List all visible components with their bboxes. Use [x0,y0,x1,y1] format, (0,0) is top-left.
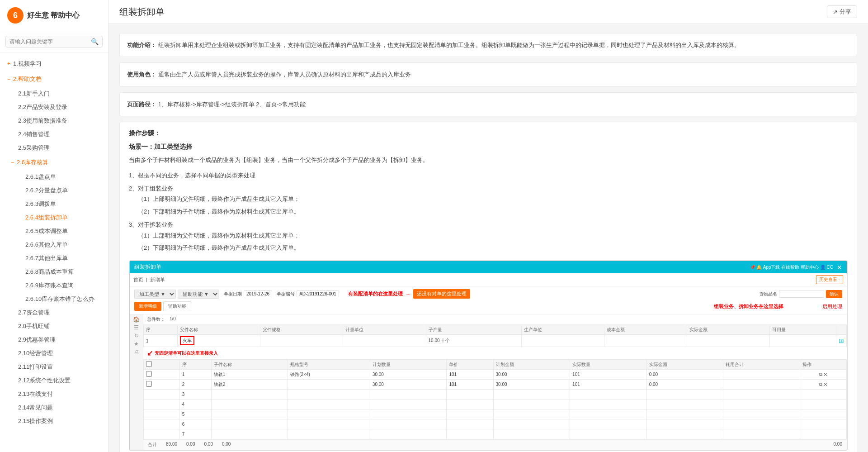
goods-input[interactable] [779,290,824,298]
row2-check[interactable] [146,381,152,387]
annotation-4-arrow: ↙ [147,349,153,357]
bth-spec: 规格型号 [288,360,370,370]
nav-child-26-parent[interactable]: − 2.6库存核算 [4,155,108,170]
goods-label: 货物品名 [759,291,777,297]
nav-child-261[interactable]: 2.6.1盘点单 [11,170,108,184]
nav-child-210[interactable]: 2.10经营管理 [4,347,108,360]
nav-child-212[interactable]: 2.12系统个性化设置 [4,374,108,387]
right-actions: 货物品名 确认 [759,290,842,298]
share-button[interactable]: ↗ 分享 [827,5,857,18]
logo-area: 6 好生意 帮助中心 [0,0,108,31]
td-spec [260,335,343,347]
content-body: 功能介绍： 组装拆卸单用来处理企业组装或拆卸等加工业务，支持有固定装配清单的产品… [108,24,868,452]
operation-type-select[interactable]: 辅助功能 ▼ [178,290,219,299]
expand-icon: ⊞ [839,337,844,344]
app-module-label: 新增单 [150,276,165,283]
bottom-table: 序 子件名称 规格型号 计划数量 单价 计划金额 实际数量 实际金额 耗用合计 [143,359,847,439]
main-area: 组装拆卸单 ↗ 分享 功能介绍： 组装拆卸单用来处理企业组装或拆卸等加工业务，支… [108,0,868,452]
nav-child-262[interactable]: 2.6.2分量盘点单 [11,184,108,197]
search-icon: 🔍 [91,38,99,45]
nav-child-22[interactable]: 2.2产品安装及登录 [4,100,108,114]
nav-child-211[interactable]: 2.11打印设置 [4,360,108,374]
annotation-4-area: ↙ 无固定清单可以在这里直接录入 [143,347,847,359]
app-tabs-row: 新增明细 辅助功能 组装业务、拆卸业务在这里选择 启用处理 [134,301,842,311]
role-label: 使用角色： [127,71,156,78]
th-avail: 可用量 [769,325,836,335]
nav-child-2610[interactable]: 2.6.10库存账本错了怎么办 [11,292,108,306]
table-row-bottom-6: 6 [144,419,847,429]
role-text: 通常由生产人员或库管人员完成拆装业务的操作，库管人员确认原材料的出库和产成品的入… [158,71,411,78]
td-op-val: ⊞ [836,335,847,347]
td-avail-val [769,335,836,347]
steps-list: 1、根据不同的业务，选择不同单据的类型来处理 2、对于组装业务 （1）上部明细为… [129,170,848,253]
search-input[interactable] [9,38,91,45]
row1-check[interactable] [146,371,152,377]
nav-child-213[interactable]: 2.13在线支付 [4,387,108,401]
nav-child-21[interactable]: 2.1新手入门 [4,87,108,100]
page-title: 组装拆卸单 [119,6,165,18]
nav-child-264[interactable]: 2.6.4组装拆卸单 [11,211,108,224]
step3-sub1: （1）上部明细为父件明细，最终作为原材料生成其它出库单； [138,230,848,241]
date-value: 2019-12-26 [244,290,272,297]
nav-child-265[interactable]: 2.6.5成本调整单 [11,224,108,238]
footer-label: 合计 [148,442,157,448]
step2-subs: （1）上部明细为父件明细，最终作为产成品生成其它入库单； （2）下部明细为子件明… [129,194,848,217]
app-history-btn[interactable]: 历史查看 - [816,275,843,284]
nav-child-214[interactable]: 2.14常见问题 [4,401,108,414]
nav-parent-1[interactable]: + 1.视频学习 [0,56,108,71]
nav-child-269[interactable]: 2.6.9库存账本查询 [11,279,108,292]
type-select[interactable]: 加工类型 ▼ 组装业务 拆卸业务 [134,290,176,299]
bth-child-name: 子件名称 [211,360,288,370]
step3-sub2: （2）下部明细为子件明细，最终作为产成品生成其它入库单。 [138,243,848,253]
nav-group-1[interactable]: + 1.视频学习 [0,56,108,71]
select-all-check[interactable] [146,361,152,367]
intro-block: 功能介绍： 组装拆卸单用来处理企业组装或拆卸等加工业务，支持有固定装配清单的产品… [119,33,857,57]
app-nav-toolbar: 首页 | 新增单 历史查看 - [130,273,847,286]
search-box[interactable]: 🔍 [5,36,103,48]
nav-parent-2[interactable]: − 2.帮助文档 [0,71,108,87]
footer-val4: 0.00 [222,442,231,448]
tab-aux[interactable]: 辅助功能 [163,301,191,311]
table-row-bottom-1: 1 铁轨1 铁路(2×4) 30.00 101 30.00 101 0.00 [144,370,847,380]
date-field: 单据日期 2019-12-26 [224,290,272,297]
nav-group-2[interactable]: − 2.帮助文档 2.1新手入门 2.2产品安装及登录 2.3使用前数据准备 2… [0,71,108,428]
nav-child-29[interactable]: 2.9优惠券管理 [4,333,108,347]
td-prod-unit-val [521,335,604,347]
app-table-area: 总件数： 1/0 序 父件名称 父件规格 计 [143,314,847,450]
app-titlebar: 组装拆卸单 📌 🔔 App下载 在线帮助 帮助中心 👤 CC ✕ [130,261,847,273]
nav-child-27[interactable]: 2.7资金管理 [4,306,108,319]
nav-child-23[interactable]: 2.3使用前数据准备 [4,114,108,128]
intro-text: 组装拆卸单用来处理企业组装或拆卸等加工业务，支持有固定装配清单的产品加工业务，也… [158,42,740,48]
annotation-3-text: 启用处理 [822,303,842,310]
sum-value: 1/0 [170,316,176,323]
step2: 2、对于组装业务 （1）上部明细为父件明细，最终作为产成品生成其它入库单； （2… [129,183,848,217]
nav-child-25[interactable]: 2.5采购管理 [4,141,108,155]
app-left-icons: 🏠 ☰ ↻ ★ 🖨 [130,314,143,450]
app-close-icon: ✕ [837,264,842,271]
bth-consume: 耗用合计 [723,360,800,370]
td-seq: 1 [144,335,178,347]
nav-child-268[interactable]: 2.6.8商品成本重算 [11,265,108,279]
process-btn[interactable]: 还没有对单的这里处理 [413,289,470,299]
annotation-1-text: 有装配清单的在这里处理 [348,290,403,297]
row2-copy-icon: ⧉ [819,382,822,387]
tab-add[interactable]: 新增明细 [134,302,161,311]
sidebar: 6 好生意 帮助中心 🔍 + 1.视频学习 − 2.帮助文档 2.1新手入门 2… [0,0,108,452]
row2-del-icon: ✕ [824,382,827,387]
nav-child-267[interactable]: 2.6.7其他出库单 [11,252,108,265]
nav-child-215[interactable]: 2.15操作案例 [4,414,108,428]
icon-list: ☰ [134,324,139,331]
confirm-btn[interactable]: 确认 [826,290,842,298]
table-row-bottom-2: 2 铁轨2 30.00 101 30.00 101 0.00 [144,380,847,390]
table-row-bottom-7: 7 [144,429,847,439]
annotation-2-text: 组装业务、拆卸业务在这里选择 [714,303,783,310]
nav-child-28[interactable]: 2.8手机旺铺 [4,319,108,333]
doc-field: 单据编号 AD-20191226-001 [277,290,339,297]
row1-copy-icon: ⧉ [819,372,822,377]
nav-child-263[interactable]: 2.6.3调拨单 [11,197,108,211]
nav-expand-icon-26: − [11,159,14,166]
nav-child-266[interactable]: 2.6.6其他入库单 [11,238,108,252]
annotation-4-text: 无固定清单可以在这里直接录入 [155,350,218,357]
nav-child-24[interactable]: 2.4销售管理 [4,128,108,141]
icon-star: ★ [134,341,139,347]
